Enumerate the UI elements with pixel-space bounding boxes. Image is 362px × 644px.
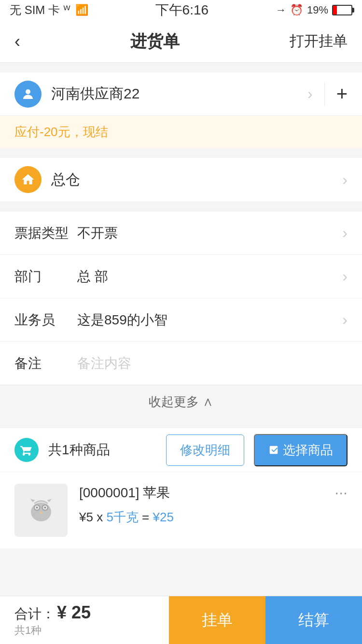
footer-spacer — [0, 548, 362, 602]
footer-total: 合计： ¥ 25 共1种 — [0, 596, 169, 644]
department-label: 部门 — [14, 267, 77, 286]
remark-input[interactable]: 备注内容 — [77, 354, 348, 373]
checkout-button[interactable]: 结算 — [265, 596, 362, 644]
chevron-right-icon: › — [342, 311, 348, 329]
supplier-section: 河南供应商22 › + 应付-20元，现结 — [0, 72, 362, 148]
product-code: [0000001] — [79, 485, 139, 500]
status-time: 下午6:16 — [155, 1, 209, 19]
total-price: ¥25 — [153, 510, 174, 524]
wifi-icon: 📶 — [75, 4, 88, 16]
ticket-type-row[interactable]: 票据类型 不开票 › — [0, 211, 362, 254]
status-right: → ⏰ 19% — [276, 4, 352, 16]
product-info: [0000001] 苹果 ¥5 x 5千克 = ¥25 — [79, 484, 323, 526]
product-section: 共1种商品 修改明细 选择商品 — [0, 428, 362, 548]
warehouse-section: 总仓 › — [0, 158, 362, 201]
product-count: 共1种商品 — [48, 441, 156, 459]
svg-point-6 — [36, 506, 38, 508]
person-icon — [21, 87, 35, 101]
department-value: 总 部 — [77, 267, 342, 286]
total-label: 合计： — [14, 605, 55, 623]
ticket-type-label: 票据类型 — [14, 224, 77, 242]
gap-3 — [0, 201, 362, 211]
cart-icon — [20, 443, 33, 457]
warehouse-name: 总仓 — [51, 170, 342, 190]
ticket-type-value: 不开票 — [77, 224, 342, 242]
alarm-icon: ⏰ — [290, 4, 303, 16]
total-amount: ¥ 25 — [57, 602, 91, 623]
select-product-button[interactable]: 选择商品 — [254, 434, 348, 466]
chevron-right-icon: › — [342, 224, 348, 242]
edit-detail-button[interactable]: 修改明细 — [166, 434, 244, 466]
remark-row[interactable]: 备注 备注内容 — [0, 341, 362, 385]
warehouse-row[interactable]: 总仓 › — [0, 158, 362, 201]
salesperson-value: 这是859的小智 — [77, 311, 342, 329]
gap-1 — [0, 63, 362, 72]
location-icon: → — [276, 4, 286, 16]
product-header: 共1种商品 修改明细 选择商品 — [0, 428, 362, 472]
checkout-label: 结算 — [298, 610, 329, 631]
page-title: 进货单 — [130, 30, 180, 53]
svg-point-7 — [44, 506, 46, 508]
quantity: 5千克 — [106, 510, 138, 524]
gap-4 — [0, 419, 362, 428]
warehouse-icon — [14, 166, 42, 193]
owl-logo — [24, 493, 58, 527]
form-section: 票据类型 不开票 › 部门 总 部 › 业务员 这是859的小智 › 备注 备注… — [0, 211, 362, 385]
product-title: 苹果 — [143, 485, 170, 500]
chevron-right-icon: › — [342, 267, 348, 285]
product-item: [0000001] 苹果 ¥5 x 5千克 = ¥25 ··· — [0, 472, 362, 548]
product-thumbnail — [14, 484, 68, 537]
hang-order-label: 挂单 — [202, 610, 233, 631]
back-button[interactable]: ‹ — [14, 31, 20, 52]
product-price-row: ¥5 x 5千克 = ¥25 — [79, 509, 323, 526]
no-sim-text: 无 SIM 卡 ᵂ — [10, 2, 70, 18]
home-icon — [21, 172, 35, 187]
salesperson-row[interactable]: 业务员 这是859的小智 › — [0, 298, 362, 341]
equals-sign: = — [142, 510, 153, 524]
alert-banner: 应付-20元，现结 — [0, 116, 362, 148]
gap-2 — [0, 148, 362, 158]
salesperson-label: 业务员 — [14, 311, 77, 329]
unit-price: ¥5 — [79, 510, 93, 524]
product-name: [0000001] 苹果 — [79, 484, 323, 502]
svg-point-0 — [26, 89, 30, 94]
select-product-label: 选择商品 — [283, 442, 333, 459]
add-supplier-button[interactable]: + — [336, 83, 348, 105]
battery-icon — [332, 5, 352, 15]
status-left: 无 SIM 卡 ᵂ 📶 — [10, 2, 88, 18]
battery-percent: 19% — [307, 4, 328, 16]
divider — [324, 82, 325, 106]
nav-bar: ‹ 进货单 打开挂单 — [0, 20, 362, 63]
supplier-avatar — [14, 81, 42, 108]
more-options-button[interactable]: ··· — [334, 484, 348, 502]
open-hang-button[interactable]: 打开挂单 — [290, 31, 348, 51]
product-header-icon — [14, 438, 39, 462]
supplier-row[interactable]: 河南供应商22 › + — [0, 72, 362, 116]
footer: 合计： ¥ 25 共1种 挂单 结算 — [0, 596, 362, 644]
department-row[interactable]: 部门 总 部 › — [0, 254, 362, 298]
hang-order-button[interactable]: 挂单 — [169, 596, 265, 644]
supplier-name: 河南供应商22 — [51, 84, 307, 104]
chevron-right-icon: › — [307, 85, 313, 103]
total-count: 共1种 — [14, 623, 154, 638]
select-icon — [268, 445, 279, 455]
multiply-sign: x — [97, 510, 106, 524]
status-bar: 无 SIM 卡 ᵂ 📶 下午6:16 → ⏰ 19% — [0, 0, 362, 20]
chevron-right-icon: › — [342, 171, 348, 189]
remark-label: 备注 — [14, 354, 77, 373]
collapse-toggle[interactable]: 收起更多 ∧ — [0, 385, 362, 419]
